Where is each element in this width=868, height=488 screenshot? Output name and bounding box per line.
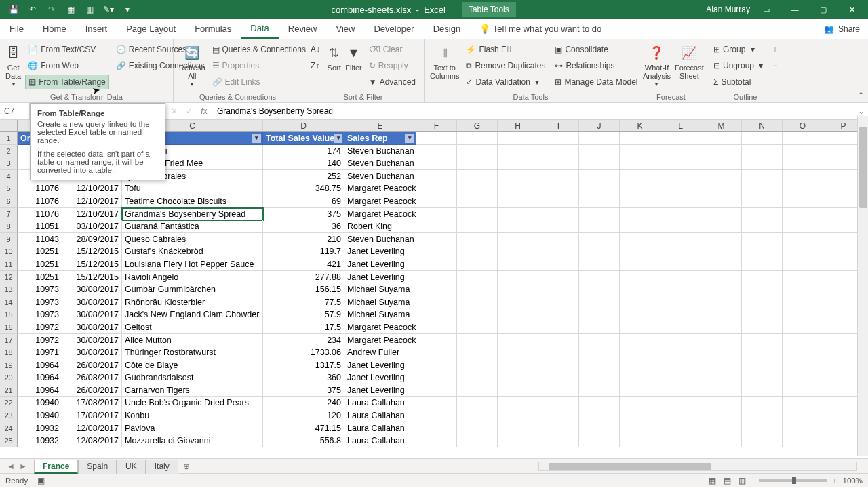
cell[interactable]: Jack's New England Clam Chowder: [122, 308, 263, 321]
cell[interactable]: [498, 283, 538, 296]
cell[interactable]: [457, 271, 498, 284]
cell[interactable]: [457, 170, 498, 183]
cell[interactable]: [538, 271, 579, 284]
cell[interactable]: 30/08/2017: [62, 308, 122, 321]
cell[interactable]: 30/08/2017: [62, 346, 122, 359]
filter-dropdown-icon[interactable]: ▾: [334, 134, 342, 143]
cell[interactable]: [620, 157, 660, 170]
cell[interactable]: [579, 258, 620, 271]
column-header[interactable]: G: [457, 120, 498, 131]
cell[interactable]: [416, 283, 457, 296]
cell[interactable]: [701, 170, 742, 183]
cell[interactable]: Margaret Peacock: [344, 321, 416, 334]
cell[interactable]: [498, 308, 538, 321]
cell[interactable]: [660, 409, 701, 422]
cell[interactable]: Konbu: [122, 409, 263, 422]
qat-chart-icon[interactable]: ▥: [81, 2, 98, 17]
tab-page-layout[interactable]: Page Layout: [117, 19, 185, 39]
cell[interactable]: [457, 359, 498, 372]
cell[interactable]: 156.15: [263, 283, 344, 296]
cell[interactable]: [783, 233, 823, 246]
cell[interactable]: [783, 396, 823, 409]
row-header[interactable]: 21: [0, 384, 18, 397]
row-header[interactable]: 8: [0, 220, 18, 233]
cell[interactable]: [783, 296, 823, 309]
flash-fill-button[interactable]: ⚡Flash Fill: [463, 42, 548, 57]
row-header[interactable]: 11: [0, 258, 18, 271]
cell[interactable]: [742, 182, 783, 195]
cell[interactable]: [457, 321, 498, 334]
cell[interactable]: [416, 359, 457, 372]
cell[interactable]: [660, 434, 701, 447]
tab-file[interactable]: File: [0, 19, 33, 39]
cell[interactable]: [498, 371, 538, 384]
tab-view[interactable]: View: [326, 19, 364, 39]
cell[interactable]: [457, 233, 498, 246]
cell[interactable]: [742, 157, 783, 170]
cell[interactable]: 10972: [18, 334, 62, 347]
cell[interactable]: [620, 371, 660, 384]
cell[interactable]: [538, 170, 579, 183]
cell[interactable]: Rhönbräu Klosterbier: [122, 296, 263, 309]
cell[interactable]: Janet Leverling: [344, 384, 416, 397]
whatif-button[interactable]: ❓What-If Analysis▾: [643, 42, 671, 87]
page-layout-view-icon[interactable]: ▤: [719, 476, 734, 485]
cell[interactable]: [416, 208, 457, 221]
properties-button[interactable]: ☰Properties: [210, 58, 309, 73]
subtotal-button[interactable]: ΣSubtotal: [711, 75, 766, 89]
cell[interactable]: 10964: [18, 384, 62, 397]
forecast-button[interactable]: 📈Forecast Sheet: [675, 42, 704, 80]
cell[interactable]: [742, 296, 783, 309]
ribbon-options-icon[interactable]: ▭: [754, 0, 778, 19]
outline-collapse-icon[interactable]: −: [770, 58, 780, 73]
cell[interactable]: 556.8: [263, 434, 344, 447]
cell[interactable]: [498, 145, 538, 158]
cell[interactable]: [620, 195, 660, 208]
cell[interactable]: [416, 145, 457, 158]
cell[interactable]: [498, 422, 538, 435]
cell[interactable]: 26/08/2017: [62, 359, 122, 372]
remove-dups-button[interactable]: ⧉Remove Duplicates: [463, 58, 548, 73]
column-header[interactable]: H: [498, 120, 538, 131]
cell[interactable]: [620, 258, 660, 271]
cell[interactable]: [498, 434, 538, 447]
reapply-button[interactable]: ↻Reapply: [366, 58, 418, 73]
cell[interactable]: [498, 321, 538, 334]
cell[interactable]: [742, 132, 783, 145]
cell[interactable]: [416, 245, 457, 258]
cell[interactable]: [498, 170, 538, 183]
cell[interactable]: [701, 195, 742, 208]
cell[interactable]: 10964: [18, 371, 62, 384]
cell[interactable]: [579, 220, 620, 233]
cell[interactable]: [660, 422, 701, 435]
cell[interactable]: [416, 220, 457, 233]
column-header[interactable]: O: [783, 120, 823, 131]
cell[interactable]: 10964: [18, 359, 62, 372]
filter-button[interactable]: ▼Filter: [345, 42, 361, 72]
relationships-button[interactable]: ⊶Relationships: [552, 58, 640, 73]
cell[interactable]: [701, 359, 742, 372]
qat-brush-icon[interactable]: ✎▾: [100, 2, 117, 17]
cell[interactable]: [783, 220, 823, 233]
expand-formula-bar-icon[interactable]: ⌄: [854, 106, 868, 116]
column-header[interactable]: E: [344, 120, 416, 131]
cell[interactable]: [416, 434, 457, 447]
cell[interactable]: [538, 334, 579, 347]
column-header[interactable]: I: [538, 120, 579, 131]
cell[interactable]: 28/09/2017: [62, 233, 122, 246]
row-header[interactable]: 20: [0, 371, 18, 384]
cell[interactable]: 120: [263, 409, 344, 422]
cell[interactable]: Steven Buchanan: [344, 170, 416, 183]
next-sheet-icon[interactable]: ►: [19, 462, 27, 471]
sheet-tab-france[interactable]: France: [34, 460, 78, 474]
cell[interactable]: [538, 245, 579, 258]
cell[interactable]: [498, 296, 538, 309]
cell[interactable]: [660, 258, 701, 271]
cell[interactable]: [660, 396, 701, 409]
group-button[interactable]: ⊞Group ▾: [711, 42, 766, 57]
cell[interactable]: [498, 220, 538, 233]
cell[interactable]: [620, 409, 660, 422]
cell[interactable]: 12/08/2017: [62, 422, 122, 435]
fx-icon[interactable]: fx: [198, 106, 210, 116]
from-text-button[interactable]: 📄From Text/CSV: [25, 42, 109, 57]
